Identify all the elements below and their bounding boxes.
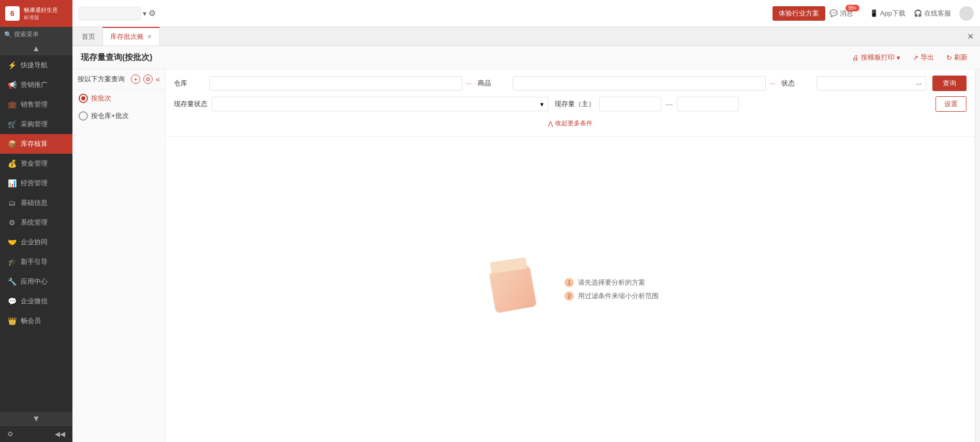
filter-group-product: 商品 ··· [478,76,775,91]
collapse-panel-button[interactable]: « [156,75,160,83]
collapse-sidebar-icon[interactable]: ◀◀ [55,430,65,438]
scroll-up-button[interactable]: ▲ [0,42,72,55]
sidebar-item-label: 企业协同 [21,238,48,247]
left-panel-header: 按以下方案查询 + ⚙ « [72,69,165,90]
collab-icon: 🤝 [7,238,17,247]
gear-circle-icon: ⚙ [143,75,153,84]
inventory-icon: 📦 [7,139,17,149]
warehouse-more-button[interactable]: ··· [466,80,471,87]
headset-icon: 🎧 [914,9,922,17]
sidebar-search[interactable]: 🔍 搜索菜单 [0,27,72,42]
stock-status-select[interactable]: ▾ [212,97,548,111]
sales-icon: 💼 [7,100,17,109]
user-avatar[interactable] [959,6,974,21]
sidebar-item-label: 新手引导 [21,257,48,267]
add-scheme-button[interactable]: + [131,75,140,84]
hint-item-2: 2 用过滤条件来缩小分析范围 [565,291,659,301]
collapse-more-button[interactable]: ⋀ 收起更多条件 [174,117,967,130]
filter-area: 仓库 ··· 商品 ··· 状态 [166,69,975,137]
sidebar-item-label: 营销推广 [21,80,48,90]
filter-row-1: 仓库 ··· 商品 ··· 状态 [174,76,967,91]
print-dropdown-icon: ▾ [897,54,900,62]
stock-qty-to-input[interactable] [677,97,739,111]
print-button[interactable]: 🖨 按模板打印 ▾ [848,51,904,64]
sidebar-item-system[interactable]: ⚙ 系统管理 [0,213,72,232]
tab-inventory-batch-label: 库存批次账 [110,32,144,41]
sidebar-item-label: 基础信息 [21,198,48,208]
topbar-dropdown-button[interactable]: ▾ [143,9,146,18]
product-more-button[interactable]: ··· [770,80,775,87]
tab-panel-close-button[interactable]: ✕ [963,32,978,41]
phone-icon: 📱 [870,9,878,17]
quicknav-icon: ⚡ [7,61,17,70]
sidebar-item-member[interactable]: 👑 畅会员 [0,311,72,331]
purchase-icon: 🛒 [7,120,17,129]
sidebar-item-wechat[interactable]: 💬 企业微信 [0,291,72,311]
status-select[interactable]: ··· [816,76,926,91]
product-input[interactable] [513,76,766,91]
query-button[interactable]: 查询 [932,76,967,91]
scheme-item-warehouse-batch[interactable]: 按仓库+批次 [72,107,165,125]
sidebar-item-purchase[interactable]: 🛒 采购管理 [0,114,72,134]
topbar-gear-button[interactable]: ⚙ [149,8,156,18]
warehouse-input[interactable] [209,76,462,91]
search-label: 搜索菜单 [14,30,39,39]
finance-icon: 💰 [7,159,17,168]
sidebar-item-operation[interactable]: 📊 经营管理 [0,173,72,193]
export-button[interactable]: ↗ 导出 [909,51,938,64]
topbar-input-wrapper: ▾ [79,7,146,20]
left-panel-actions: + ⚙ « [131,75,160,84]
marketing-icon: 📢 [7,80,17,90]
page-title: 现存量查询(按批次) [81,52,153,63]
filter-group-stock-status: 现存量状态 ▾ [174,97,548,111]
sidebar-item-label: 企业微信 [21,297,48,306]
sidebar-item-newbie[interactable]: 🎓 新手引导 [0,252,72,272]
stock-status-label: 现存量状态 [174,99,207,109]
refresh-button[interactable]: ↻ 刷新 [942,51,972,64]
stock-qty-from-input[interactable] [599,97,661,111]
plus-icon: + [131,75,140,84]
messages-button[interactable]: 💬 消息 99+ [829,9,853,18]
scheme-active-icon [79,94,88,103]
sidebar-item-basic[interactable]: 🗂 基础信息 [0,193,72,213]
status-dropdown-icon: ··· [916,80,922,87]
sidebar-footer: ⚙ ◀◀ [0,425,72,442]
topbar: ▾ ⚙ 体验行业方案 💬 消息 99+ 📱 App下载 🎧 在线客服 [72,0,980,27]
sidebar: 6 畅康通好生意 标准版 🔍 搜索菜单 ▲ ⚡ 快捷导航 📢 营销推广 💼 销售… [0,0,72,442]
sidebar-item-label: 系统管理 [21,218,48,227]
main-area: ▾ ⚙ 体验行业方案 💬 消息 99+ 📱 App下载 🎧 在线客服 [72,0,980,442]
empty-state: 1 请先选择要分析的方案 2 用过滤条件来缩小分析范围 [166,137,975,442]
warehouse-label: 仓库 [174,79,205,88]
online-service-button[interactable]: 🎧 在线客服 [914,9,951,18]
filter-row-2: 现存量状态 ▾ 现存量（主） — 设置 [174,96,967,112]
scroll-down-button[interactable]: ▼ [0,412,72,425]
sidebar-item-finance[interactable]: 💰 资金管理 [0,154,72,173]
sidebar-item-label: 资金管理 [21,159,48,168]
trial-button[interactable]: 体验行业方案 [773,6,825,21]
sidebar-item-marketing[interactable]: 📢 营销推广 [0,75,72,95]
scheme-item-batch[interactable]: 按批次 [72,90,165,107]
tab-inventory-batch[interactable]: 库存批次账 ✕ [102,27,160,46]
refresh-icon: ↻ [946,54,952,62]
topbar-right: 💬 消息 99+ 📱 App下载 🎧 在线客服 [829,6,974,21]
sidebar-item-quicknav[interactable]: ⚡ 快捷导航 [0,55,72,75]
right-scrollbar[interactable] [975,69,980,442]
scheme-label: 按批次 [91,94,111,103]
tab-close-button[interactable]: ✕ [147,33,152,40]
scheme-settings-button[interactable]: ⚙ [143,75,153,84]
left-panel-title: 按以下方案查询 [78,75,125,84]
app-download-button[interactable]: 📱 App下载 [870,9,905,18]
tab-home[interactable]: 首页 [75,27,102,46]
sidebar-item-inventory[interactable]: 📦 库存核算 [0,134,72,154]
collapse-icon: « [156,75,160,83]
stock-qty-dash: — [665,100,673,108]
stock-status-dropdown-icon: ▾ [540,100,544,108]
sidebar-item-collab[interactable]: 🤝 企业协同 [0,232,72,252]
sidebar-header: 6 畅康通好生意 标准版 [0,0,72,27]
sidebar-item-sales[interactable]: 💼 销售管理 [0,95,72,114]
settings-button[interactable]: 设置 [936,96,967,112]
settings-icon[interactable]: ⚙ [7,430,13,438]
sidebar-item-apps[interactable]: 🔧 应用中心 [0,272,72,291]
scheme-label: 按仓库+批次 [91,111,129,121]
stock-qty-label: 现存量（主） [555,99,595,109]
